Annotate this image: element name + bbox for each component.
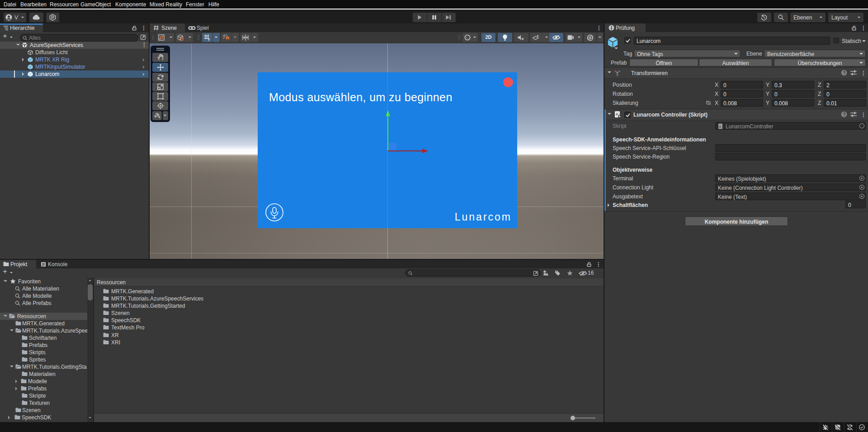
svg-text:?: ? xyxy=(843,112,845,117)
svg-text:?: ? xyxy=(843,70,845,75)
svg-text:#: # xyxy=(616,112,618,117)
svg-text:Y: Y xyxy=(208,38,210,42)
svg-text:#: # xyxy=(719,125,722,129)
